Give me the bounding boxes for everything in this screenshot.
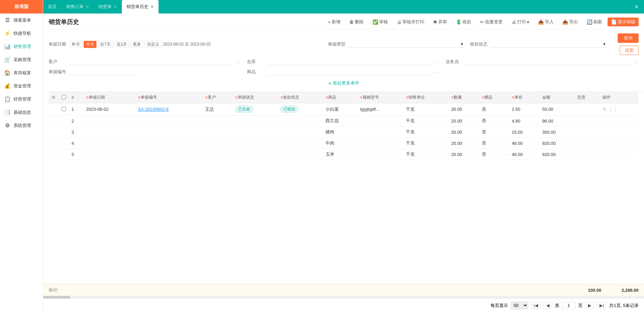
close-sales-history-tab[interactable]: ✕: [150, 4, 154, 9]
row-price: 15.00: [509, 127, 539, 138]
date-btn-today[interactable]: 今天: [84, 41, 96, 48]
customer-ellipsis[interactable]: ···: [235, 59, 242, 64]
more-icon[interactable]: ⋮⋮: [609, 107, 618, 112]
sidebar-item-capital-mgmt[interactable]: 💰 资金管理: [0, 79, 43, 93]
audit-print-button[interactable]: 🖨 审核并打印: [393, 18, 428, 26]
edit-icon[interactable]: ✎: [603, 107, 607, 112]
tab-home[interactable]: 首页: [43, 0, 61, 14]
sidebar-item-operation-mgmt[interactable]: 📋 经营管理: [0, 93, 43, 106]
col-gift[interactable]: ⇅赠品: [479, 92, 509, 103]
add-button[interactable]: + 新增: [325, 18, 344, 26]
export-button[interactable]: 📤 导出: [559, 18, 581, 26]
select-all-checkbox[interactable]: [62, 95, 66, 99]
close-sales-delivery-tab[interactable]: ✕: [114, 4, 117, 9]
warehouse-input[interactable]: [268, 58, 431, 65]
show-detail-button[interactable]: 📄 显示明细: [608, 18, 639, 26]
col-quantity[interactable]: ⇅数量: [448, 92, 479, 103]
refresh-button[interactable]: 🔄 刷新: [583, 18, 606, 26]
query-button[interactable]: 查询: [618, 33, 639, 43]
row-checkbox-cell: [59, 103, 69, 115]
col-doc-no[interactable]: ⇅单据编号: [135, 92, 202, 103]
gear-icon[interactable]: ⚙: [52, 95, 56, 100]
col-customer[interactable]: ⇅客户: [202, 92, 232, 103]
sidebar-item-sales-mgmt[interactable]: 📊 销售管理: [0, 40, 43, 53]
col-price[interactable]: ⇅单价: [509, 92, 539, 103]
filter-area: 单据日期 昨天 今天 近7天 近1月 更多 自定义 2023-06-02 至 2…: [43, 29, 644, 92]
sidebar-item-inventory[interactable]: 🏠 库存核算: [0, 66, 43, 79]
sidebar-item-purchase-mgmt[interactable]: 🛒 采购管理: [0, 53, 43, 66]
date-btn-yesterday[interactable]: 昨天: [69, 41, 82, 48]
page-input[interactable]: [562, 302, 576, 309]
filter-row-2: 客户 ··· 合库 ··· 业务员 ···: [49, 58, 639, 65]
settings-col-header[interactable]: ⚙: [49, 92, 59, 103]
collapse-button[interactable]: ∧ 收起更多条件: [49, 79, 639, 87]
per-page-select[interactable]: 50 100 200: [511, 302, 528, 309]
first-page-btn[interactable]: |◀: [531, 302, 541, 309]
total-info: 共1页, 5条记录: [609, 303, 639, 309]
date-btn-1month[interactable]: 近1月: [114, 41, 130, 48]
abandon-button[interactable]: ✖ 弃审: [430, 18, 450, 26]
table-row: 2 西兰花 千克 20.00 否 4.80 96.00: [49, 115, 639, 127]
row-transaction: [575, 103, 599, 115]
col-goods[interactable]: ⇅商品: [323, 92, 357, 103]
date-range: 昨天 今天 近7天 近1月 更多 自定义 2023-06-02 至 2023-0…: [69, 41, 211, 48]
date-btn-custom[interactable]: 自定义: [145, 41, 162, 48]
row-no: 4: [69, 138, 83, 149]
goods-input[interactable]: [268, 69, 431, 75]
salesperson-ellipsis[interactable]: ···: [632, 59, 639, 64]
print-button[interactable]: 🖨 打印 ▾: [508, 18, 533, 26]
payment-status-select[interactable]: ▾: [491, 41, 607, 48]
salesperson-input[interactable]: [467, 58, 630, 65]
delete-button[interactable]: 🗑 删除: [346, 18, 367, 26]
sidebar-item-quick-nav[interactable]: ⚡ 快捷导航: [0, 27, 43, 40]
row-goods: 西兰花: [323, 115, 357, 127]
date-btn-more[interactable]: 更多: [131, 41, 143, 48]
tab-sales-delivery[interactable]: 销货单 ✕: [94, 0, 122, 14]
audit-button[interactable]: ✅ 审核: [369, 18, 391, 26]
tab-sales-order[interactable]: 销售订单 ✕: [61, 0, 94, 14]
filter-row-1: 单据日期 昨天 今天 近7天 近1月 更多 自定义 2023-06-02 至 2…: [49, 33, 639, 55]
sidebar-item-label: 库存核算: [13, 70, 31, 76]
next-page-btn[interactable]: ▶: [585, 302, 594, 309]
close-window-btn[interactable]: ✕: [629, 4, 644, 10]
table-area: ⚙ # ⇅单据日期 ⇅单据编号 ⇅客户: [43, 92, 644, 284]
row-date: [83, 149, 135, 160]
sidebar-item-basic-info[interactable]: 📑 基础信息: [0, 106, 43, 119]
col-doc-status[interactable]: ⇅单据状态: [232, 92, 278, 103]
table-scroll-bar[interactable]: [43, 296, 644, 298]
col-payment-status[interactable]: ⇅收款状态: [278, 92, 323, 103]
row-transaction: [575, 138, 599, 149]
table-scroll-thumb[interactable]: [43, 296, 70, 298]
batch-change-button[interactable]: ✏ 批量变更: [477, 18, 506, 26]
row-settings: [49, 115, 59, 127]
per-page-label: 每页显示: [491, 303, 508, 309]
collect-button[interactable]: 💲 收款: [452, 18, 475, 26]
doc-type-select[interactable]: ▾: [349, 41, 465, 48]
sidebar-item-search-menu[interactable]: ☰ 搜索菜单: [0, 14, 43, 27]
doc-no-link[interactable]: SA-20230602-6: [138, 107, 169, 112]
sort-arrow: ⇅: [280, 96, 283, 99]
row-checkbox[interactable]: [62, 107, 66, 111]
row-unit: 千克: [403, 103, 448, 115]
sidebar-item-system-mgmt[interactable]: ⚙ 系统管理: [0, 119, 43, 132]
goods-ellipsis[interactable]: ···: [434, 70, 440, 75]
set-button[interactable]: 设置: [620, 46, 639, 55]
close-sales-order-tab[interactable]: ✕: [86, 4, 89, 9]
col-date[interactable]: ⇅单据日期: [83, 92, 135, 103]
col-unit[interactable]: ⇅销售单位: [403, 92, 448, 103]
import-button[interactable]: 📥 导入: [535, 18, 557, 26]
customer-input[interactable]: [69, 58, 233, 65]
date-btn-7days[interactable]: 近7天: [98, 41, 113, 48]
prev-page-btn[interactable]: ◀: [543, 302, 552, 309]
row-transaction: [575, 127, 599, 138]
tab-sales-history[interactable]: 销货单历史 ✕: [122, 0, 159, 14]
doc-no-input[interactable]: [69, 69, 137, 75]
filter-date: 单据日期 昨天 今天 近7天 近1月 更多 自定义 2023-06-02 至 2…: [49, 41, 323, 48]
checkbox-col-header[interactable]: [59, 92, 69, 103]
col-action: 操作: [600, 92, 639, 103]
sort-arrow: ⇅: [360, 96, 363, 99]
last-page-btn[interactable]: ▶|: [597, 302, 607, 309]
row-customer: [202, 115, 232, 127]
warehouse-ellipsis[interactable]: ···: [434, 59, 440, 64]
col-spec[interactable]: ⇅规格型号: [357, 92, 403, 103]
